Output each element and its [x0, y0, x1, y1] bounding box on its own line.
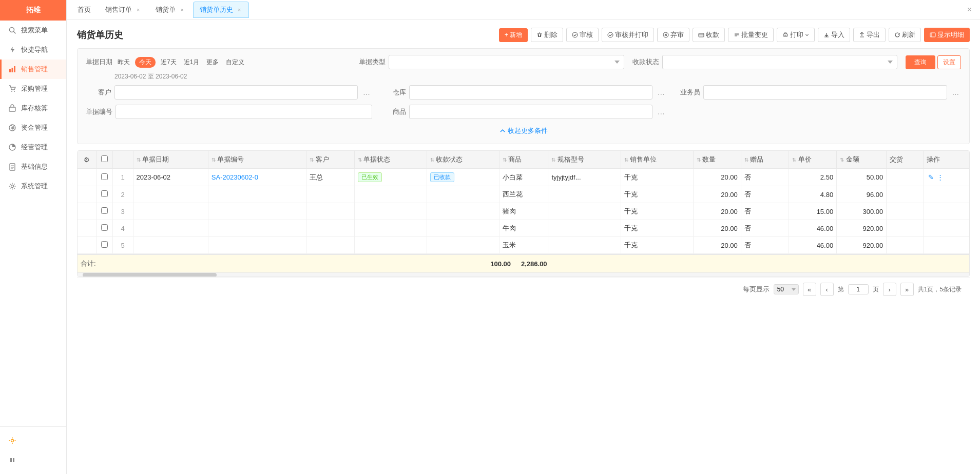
- customer-input[interactable]: [114, 85, 358, 100]
- collectstatus-select[interactable]: [662, 55, 897, 69]
- show-detail-button[interactable]: 显示明细: [924, 28, 970, 42]
- row-delivery: [887, 169, 924, 186]
- tab-sales-goods[interactable]: 销货单 ×: [149, 2, 191, 18]
- audit-print-button[interactable]: 审核并打印: [602, 28, 654, 42]
- row-docno[interactable]: SA-20230602-0: [208, 169, 306, 186]
- horizontal-scrollbar[interactable]: [78, 272, 969, 276]
- doctype-select[interactable]: [389, 55, 624, 69]
- row-checkbox[interactable]: [101, 207, 108, 214]
- docno-input[interactable]: [116, 105, 372, 119]
- date-yesterday[interactable]: 昨天: [116, 57, 132, 68]
- new-button[interactable]: + 新增: [499, 28, 528, 42]
- refresh-button[interactable]: 刷新: [889, 28, 921, 42]
- tab-sales-order-close[interactable]: ×: [135, 6, 141, 13]
- col-spec-header[interactable]: ⇅ 规格型号: [548, 151, 621, 169]
- row-checkbox-cell[interactable]: [96, 220, 112, 237]
- sidebar-item-search-menu[interactable]: 搜索菜单: [0, 21, 66, 40]
- col-customer-header[interactable]: ⇅ 客户: [306, 151, 354, 169]
- row-docno[interactable]: [208, 237, 306, 254]
- tab-sales-history[interactable]: 销货单历史 ×: [193, 2, 249, 18]
- row-docno[interactable]: [208, 220, 306, 237]
- sidebar-item-label: 采购管理: [21, 84, 48, 93]
- date-custom[interactable]: 自定义: [224, 57, 246, 68]
- page-last-btn[interactable]: »: [900, 283, 914, 296]
- row-checkbox-cell[interactable]: [96, 169, 112, 186]
- row-checkbox[interactable]: [101, 241, 108, 248]
- delete-button[interactable]: 删除: [531, 28, 563, 42]
- abandon-button[interactable]: 弃审: [657, 28, 689, 42]
- batch-change-button[interactable]: 批量变更: [728, 28, 774, 42]
- col-checkbox[interactable]: [96, 151, 112, 169]
- col-collectstatus-header[interactable]: ⇅ 收款状态: [427, 151, 499, 169]
- row-docno[interactable]: [208, 203, 306, 220]
- doc-no-link[interactable]: SA-20230602-0: [212, 173, 258, 181]
- row-unit: 千克: [621, 169, 693, 186]
- customer-picker-btn[interactable]: ...: [361, 88, 372, 97]
- col-settings[interactable]: ⚙: [78, 151, 96, 169]
- settings-filter-button[interactable]: 设置: [937, 55, 961, 69]
- col-unit-header[interactable]: ⇅ 销售单位: [621, 151, 693, 169]
- date-more[interactable]: 更多: [204, 57, 221, 68]
- select-all-checkbox[interactable]: [101, 155, 108, 162]
- col-delivery-header[interactable]: 交货: [887, 151, 924, 169]
- col-goods-header[interactable]: ⇅ 商品: [499, 151, 548, 169]
- goods-input[interactable]: [409, 105, 652, 119]
- tab-sales-goods-close[interactable]: ×: [179, 6, 185, 13]
- col-amount-header[interactable]: ⇅ 金额: [837, 151, 887, 169]
- col-date-header[interactable]: ⇅ 单据日期: [133, 151, 208, 169]
- collapse-filter-btn[interactable]: 收起更多条件: [86, 124, 961, 137]
- tab-home[interactable]: 首页: [71, 2, 98, 18]
- tab-sales-order[interactable]: 销售订单 ×: [99, 2, 148, 18]
- col-price-header[interactable]: ⇅ 单价: [789, 151, 836, 169]
- sidebar-item-purchase-mgmt[interactable]: 采购管理: [0, 79, 66, 98]
- sidebar-settings-btn[interactable]: [0, 431, 66, 450]
- more-action-btn[interactable]: ⋮: [935, 173, 945, 181]
- row-goods: 西兰花: [499, 186, 548, 203]
- row-checkbox-cell[interactable]: [96, 186, 112, 203]
- page-number-input[interactable]: [848, 284, 869, 294]
- col-docno-header[interactable]: ⇅ 单据编号: [208, 151, 306, 169]
- import-button[interactable]: 导入: [818, 28, 850, 42]
- row-checkbox[interactable]: [101, 190, 108, 197]
- page-first-btn[interactable]: «: [803, 283, 816, 296]
- export-button[interactable]: 导出: [853, 28, 886, 42]
- date-1month[interactable]: 近1月: [182, 57, 202, 68]
- sidebar-item-sales-mgmt[interactable]: 销售管理: [0, 60, 66, 79]
- col-docstatus-header[interactable]: ⇅ 单据状态: [354, 151, 427, 169]
- collect-button[interactable]: 收款: [693, 28, 725, 42]
- sidebar-item-operation-mgmt[interactable]: 经营管理: [0, 137, 66, 157]
- row-docno[interactable]: [208, 186, 306, 203]
- page-title: 销货单历史: [77, 29, 123, 41]
- tabs-close-all-btn[interactable]: ×: [963, 3, 976, 16]
- date-today[interactable]: 今天: [135, 57, 156, 68]
- row-checkbox-cell[interactable]: [96, 237, 112, 254]
- row-checkbox[interactable]: [101, 224, 108, 231]
- query-button[interactable]: 查询: [906, 55, 935, 69]
- edit-action-btn[interactable]: ✎: [927, 173, 935, 181]
- salesman-input[interactable]: [703, 85, 947, 100]
- print-button[interactable]: 打印: [777, 28, 815, 42]
- sidebar-item-system-mgmt[interactable]: 系统管理: [0, 176, 66, 196]
- col-qty-header[interactable]: ⇅ 数量: [693, 151, 741, 169]
- row-checkbox[interactable]: [101, 173, 108, 180]
- sidebar-pause-btn[interactable]: [0, 450, 66, 470]
- row-spec: [548, 220, 621, 237]
- sidebar-item-quick-nav[interactable]: 快捷导航: [0, 40, 66, 60]
- sidebar-item-basic-info[interactable]: 基础信息: [0, 157, 66, 176]
- tab-sales-history-close[interactable]: ×: [236, 6, 242, 13]
- audit-button[interactable]: 审核: [566, 28, 599, 42]
- page-size-select[interactable]: 50 100: [774, 284, 799, 294]
- date-7days[interactable]: 近7天: [159, 57, 179, 68]
- sidebar-item-inventory[interactable]: 库存核算: [0, 98, 66, 118]
- row-goods: 牛肉: [499, 220, 548, 237]
- sidebar-item-finance-mgmt[interactable]: ¥ 资金管理: [0, 118, 66, 137]
- warehouse-picker-btn[interactable]: ...: [656, 88, 666, 97]
- goods-picker-btn[interactable]: ...: [656, 107, 666, 116]
- warehouse-input[interactable]: [409, 85, 652, 100]
- row-checkbox-cell[interactable]: [96, 203, 112, 220]
- page-prev-btn[interactable]: ‹: [820, 283, 834, 296]
- page-next-btn[interactable]: ›: [883, 283, 896, 296]
- scrollbar-thumb[interactable]: [83, 273, 217, 277]
- salesman-picker-btn[interactable]: ...: [950, 88, 961, 97]
- col-gift-header[interactable]: ⇅ 赠品: [741, 151, 789, 169]
